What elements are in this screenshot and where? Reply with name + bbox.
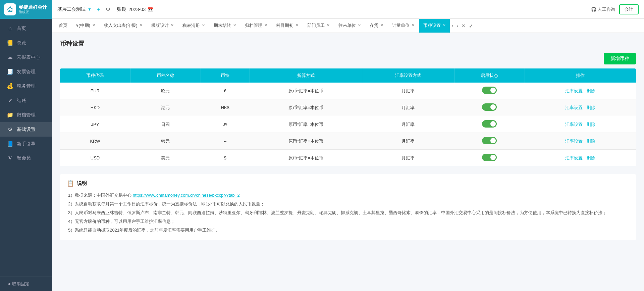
notice-title-text: 说明 xyxy=(77,180,87,187)
tab-close-icon[interactable]: ✕ xyxy=(412,23,415,28)
sidebar-item-member[interactable]: V 畅会员 xyxy=(0,151,52,165)
rate-settings-button[interactable]: 汇率设置 xyxy=(565,122,583,127)
tab-partner[interactable]: 往来单位 ✕ xyxy=(334,19,365,33)
enabled-toggle[interactable] xyxy=(482,120,497,128)
tab-close-icon[interactable]: ✕ xyxy=(233,23,236,28)
company-name: 基层工会测试 xyxy=(57,6,86,12)
support-button[interactable]: 🎧 人工咨询 xyxy=(591,6,615,12)
logo-icon: 会 xyxy=(4,3,16,15)
tab-income[interactable]: 收入支出表(年报) ✕ xyxy=(100,19,147,33)
sidebar-item-report[interactable]: ☁ 云报表中心 xyxy=(0,50,52,64)
tab-label: 存货 xyxy=(370,22,378,29)
tab-label: 币种设置 xyxy=(423,22,441,29)
company-selector[interactable]: 基层工会测试 ▼ xyxy=(57,6,92,12)
topbar-right: 🎧 人工咨询 会计 xyxy=(591,4,639,14)
sidebar-item-invoice[interactable]: 🧾 发票管理 xyxy=(0,64,52,79)
delete-button[interactable]: 删除 xyxy=(587,105,595,110)
cell-symbol: € xyxy=(201,83,250,99)
report-icon: ☁ xyxy=(7,54,13,60)
company-settings-icon[interactable]: ⚙ xyxy=(106,6,110,12)
tab-prev-button[interactable]: ‹ xyxy=(450,22,455,30)
tab-close-icon[interactable]: ✕ xyxy=(443,23,446,28)
tab-tax[interactable]: 税表清册 ✕ xyxy=(178,19,209,33)
tab-next-button[interactable]: › xyxy=(455,22,460,30)
account-button[interactable]: 会计 xyxy=(619,4,639,14)
tab-label: 归档管理 xyxy=(245,22,262,29)
cell-code: JPY xyxy=(60,116,130,133)
cell-name: 日圆 xyxy=(130,116,201,133)
cell-rate: 月汇率 xyxy=(362,150,454,166)
tab-currency[interactable]: 币种设置 ✕ xyxy=(419,19,450,33)
tab-home[interactable]: 首页 xyxy=(55,19,71,33)
enabled-toggle[interactable] xyxy=(482,87,497,94)
enabled-toggle[interactable] xyxy=(482,137,497,144)
sidebar-item-checkout[interactable]: ✔ 结账 xyxy=(0,93,52,108)
cell-toggle xyxy=(454,116,525,133)
sidebar-item-label: 畅会员 xyxy=(17,155,31,161)
add-company-button[interactable]: ＋ xyxy=(96,5,102,13)
tab-period[interactable]: ¥(中期) ✕ xyxy=(72,19,99,33)
ledger-icon: 📒 xyxy=(7,40,13,46)
delete-button[interactable]: 删除 xyxy=(587,88,595,93)
cell-toggle xyxy=(454,83,525,99)
sidebar: 会 畅捷通好会计 旗舰版 ⌂ 首页 📒 总账 ☁ 云报表中心 🧾 发票管理 💰 … xyxy=(0,0,52,291)
page-title: 币种设置 xyxy=(60,40,636,48)
tab-label: 往来单位 xyxy=(338,22,356,29)
cell-actions: 汇率设置删除 xyxy=(525,99,636,116)
col-code: 币种代码 xyxy=(60,68,130,83)
cell-toggle xyxy=(454,133,525,150)
rate-settings-button[interactable]: 汇率设置 xyxy=(565,88,583,93)
period-selector[interactable]: 账期 2023-03 📅 xyxy=(117,6,153,12)
tab-close-icon[interactable]: ✕ xyxy=(358,23,361,28)
tab-close-icon[interactable]: ✕ xyxy=(264,23,267,28)
tab-close-icon[interactable]: ✕ xyxy=(140,23,143,28)
tab-label: 科目期初 xyxy=(276,22,293,29)
notice-item: 1）数据来源：中国外汇交易中心 https://www.chinamoney.c… xyxy=(67,191,629,200)
rate-settings-button[interactable]: 汇率设置 xyxy=(565,105,583,110)
tab-archive[interactable]: 归档管理 ✕ xyxy=(241,19,271,33)
rate-settings-button[interactable]: 汇率设置 xyxy=(565,155,583,160)
tab-subject[interactable]: 科目期初 ✕ xyxy=(272,19,303,33)
chinamoney-link[interactable]: https://www.chinamoney.com.cn/chinese/bk… xyxy=(133,193,240,198)
close-all-tabs-button[interactable]: ✕ xyxy=(460,22,467,30)
tab-template[interactable]: 模版设计 ✕ xyxy=(147,19,178,33)
cell-rate: 月汇率 xyxy=(362,133,454,150)
sidebar-item-ledger[interactable]: 📒 总账 xyxy=(0,36,52,50)
sidebar-item-home[interactable]: ⌂ 首页 xyxy=(0,21,52,36)
tab-unit[interactable]: 计量单位 ✕ xyxy=(388,19,419,33)
tab-close-icon[interactable]: ✕ xyxy=(171,23,174,28)
delete-button[interactable]: 删除 xyxy=(587,122,595,127)
delete-button[interactable]: 删除 xyxy=(587,155,595,160)
sidebar-item-label: 归档管理 xyxy=(17,112,36,118)
delete-button[interactable]: 删除 xyxy=(587,139,595,144)
enabled-toggle[interactable] xyxy=(482,154,497,161)
tab-department[interactable]: 部门员工 ✕ xyxy=(303,19,334,33)
tab-inventory[interactable]: 存货 ✕ xyxy=(366,19,387,33)
tab-label: 计量单位 xyxy=(392,22,410,29)
sidebar-item-guide[interactable]: 📘 新手引导 xyxy=(0,137,52,151)
tab-close-icon[interactable]: ✕ xyxy=(327,23,330,28)
tab-label: 部门员工 xyxy=(307,22,325,29)
expand-tab-button[interactable]: ⤢ xyxy=(468,22,474,30)
cell-rate: 月汇率 xyxy=(362,83,454,99)
tab-close-icon[interactable]: ✕ xyxy=(92,23,95,28)
new-currency-button[interactable]: 新增币种 xyxy=(604,53,636,64)
cell-actions: 汇率设置删除 xyxy=(525,83,636,99)
cell-calc: 原币*汇率=本位币 xyxy=(250,150,362,166)
calendar-icon: 📅 xyxy=(148,7,153,12)
sidebar-item-settings[interactable]: ⚙ 基础设置 xyxy=(0,122,52,137)
tab-period-end[interactable]: 期末结转 ✕ xyxy=(210,19,240,33)
sidebar-item-archive[interactable]: 📁 归档管理 xyxy=(0,108,52,122)
tab-close-icon[interactable]: ✕ xyxy=(380,23,383,28)
sidebar-item-label: 税务管理 xyxy=(17,83,36,89)
company-dropdown-icon: ▼ xyxy=(88,7,92,12)
notice-item: 5）系统只能自动抓取2021年度后的汇率，之前年度汇率需要用用户手工维护。 xyxy=(67,226,629,235)
enabled-toggle[interactable] xyxy=(482,103,497,111)
sidebar-pin-toggle[interactable]: ◄ 取消固定 xyxy=(0,277,52,291)
col-status: 启用状态 xyxy=(454,68,525,83)
rate-settings-button[interactable]: 汇率设置 xyxy=(565,139,583,144)
tab-close-icon[interactable]: ✕ xyxy=(202,23,205,28)
sidebar-nav: ⌂ 首页 📒 总账 ☁ 云报表中心 🧾 发票管理 💰 税务管理 ✔ 结账 📁 归… xyxy=(0,19,52,277)
tab-close-icon[interactable]: ✕ xyxy=(296,23,299,28)
sidebar-item-tax[interactable]: 💰 税务管理 xyxy=(0,79,52,93)
